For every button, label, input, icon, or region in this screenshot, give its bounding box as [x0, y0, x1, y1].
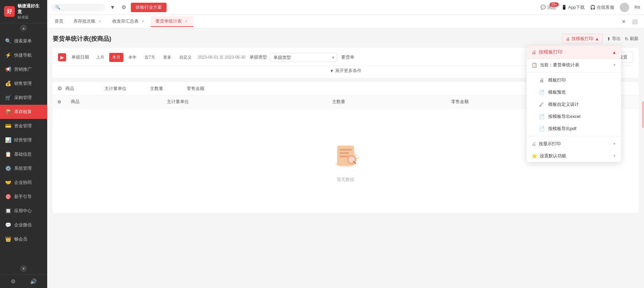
- sidebar-item-shortcut[interactable]: ⚡ 快捷导航: [0, 48, 47, 62]
- sidebar-item-appstore[interactable]: 🔲 应用中心: [0, 204, 47, 218]
- tab-home[interactable]: 首页: [50, 16, 68, 27]
- dropdown-title: 🖨 按模板打印: [531, 49, 562, 55]
- doc-type-select[interactable]: 单据类型 要货单: [270, 53, 337, 62]
- date-options: 上月 本月 本年 近7天 更多 自定义 2023-06-01 至 2023-06…: [93, 53, 245, 62]
- avatar[interactable]: [620, 3, 629, 12]
- tab-stock-batch[interactable]: 库存批次账 ×: [69, 16, 107, 27]
- table-gear-icon[interactable]: ⚙: [57, 85, 62, 92]
- dropdown-template-preview[interactable]: 📄 模板预览: [527, 86, 621, 98]
- scroll-down-button[interactable]: ▼: [20, 265, 27, 272]
- date-custom[interactable]: 自定义: [176, 53, 195, 62]
- online-service-label: 在线客服: [597, 4, 614, 10]
- gear-icon[interactable]: ⚙: [57, 99, 61, 104]
- nav-label-marketing: 营销推广: [14, 66, 32, 72]
- chevron-up-btn[interactable]: ▲: [612, 50, 616, 55]
- scroll-up-button[interactable]: ▲: [20, 25, 27, 31]
- set-default-item[interactable]: ⭐ 设置默认功能 ▼: [527, 150, 621, 162]
- tab-receipt-summary[interactable]: 收发存汇总表 ×: [108, 16, 150, 27]
- sidebar-item-wechat[interactable]: 💬 企业微信: [0, 218, 47, 232]
- message-button[interactable]: 💬 消息 99+: [540, 4, 556, 10]
- sidebar-item-system[interactable]: ⚙️ 系统管理: [0, 161, 47, 175]
- sidebar-item-finance[interactable]: 💳 资金管理: [0, 119, 47, 133]
- current-template-left: 📋 当前：要货单统计表: [531, 62, 579, 68]
- sidebar-item-member[interactable]: 👑 畅会员: [0, 232, 47, 246]
- template-print-button[interactable]: 🖨 按模板打印 ▲: [562, 34, 603, 44]
- nav-label-wechat: 企业微信: [14, 222, 32, 228]
- dropdown-export-excel[interactable]: 📄 按模板导出excel: [527, 110, 621, 123]
- nav-icon-basic: 📋: [5, 151, 11, 158]
- date-recent-7[interactable]: 近7天: [142, 53, 158, 62]
- current-template-label: 当前：要货单统计表: [540, 62, 579, 68]
- nav-label-guide: 新手引导: [14, 194, 32, 200]
- tabs-bar: 首页 库存批次账 × 收发存汇总表 × 要货单统计表 × ✕ ⬜: [47, 15, 644, 28]
- promo-button[interactable]: 体验行业方案: [131, 3, 167, 12]
- sidebar-logo: 好 畅捷通好生意 标准版: [0, 0, 47, 23]
- preview-icon: 📄: [539, 90, 544, 95]
- set-default-chevron: ▼: [613, 154, 616, 158]
- refresh-button[interactable]: ↻ 刷新: [625, 36, 639, 42]
- dropdown-template-print[interactable]: 🖨 模板打印: [527, 74, 621, 86]
- nav-icon-shortcut: ⚡: [5, 52, 11, 59]
- nav-label-purchase: 采购管理: [14, 95, 32, 101]
- topbar-search-input[interactable]: [60, 5, 101, 10]
- date-range-display: 2023-06-01 至 2023-06-30: [198, 55, 245, 60]
- display-print-chevron: ▼: [613, 142, 616, 146]
- display-print-item[interactable]: 🖨 按显示打印 ▼: [527, 138, 621, 150]
- nav-label-search: 搜索菜单: [14, 38, 32, 44]
- sidebar-item-search[interactable]: 🔍 搜索菜单: [0, 34, 47, 48]
- sidebar-item-operation[interactable]: 📊 经营管理: [0, 133, 47, 147]
- date-current-year[interactable]: 本年: [125, 53, 140, 62]
- sidebar-item-sales[interactable]: 💰 销售管理: [0, 76, 47, 91]
- app-download-button[interactable]: 📱 App下载: [561, 4, 585, 10]
- tab-stock-batch-label: 库存批次账: [74, 18, 95, 24]
- nav-label-system: 系统管理: [14, 165, 32, 171]
- expand-icon: ▼: [330, 68, 334, 73]
- dropdown-export-pdf[interactable]: 📄 按模板导出pdf: [527, 123, 621, 135]
- svg-line-10: [354, 152, 355, 155]
- sidebar-item-collab[interactable]: 🤝 企业协同: [0, 175, 47, 190]
- tab-stock-batch-close[interactable]: ×: [97, 19, 102, 24]
- tabs-maximize-button[interactable]: ⬜: [631, 18, 639, 26]
- tab-requisition-stats[interactable]: 要货单统计表 ×: [151, 16, 193, 27]
- date-more[interactable]: 更多: [160, 53, 174, 62]
- sidebar-item-basic[interactable]: 📋 基础信息: [0, 147, 47, 161]
- tab-requisition-stats-label: 要货单统计表: [155, 18, 182, 24]
- tab-home-label: 首页: [55, 18, 63, 24]
- template-preview-label: 模板预览: [548, 89, 566, 95]
- sidebar-item-guide[interactable]: 🎯 新手引导: [0, 190, 47, 204]
- tab-requisition-stats-close[interactable]: ×: [184, 19, 188, 24]
- sidebar-item-purchase[interactable]: 🛒 采购管理: [0, 91, 47, 105]
- topbar-search-box[interactable]: 🔍: [51, 4, 105, 11]
- set-default-icon: ⭐: [531, 153, 537, 159]
- tab-receipt-summary-label: 收发存汇总表: [112, 18, 139, 24]
- settings-icon[interactable]: ⚙: [11, 278, 16, 285]
- topbar-settings-icon[interactable]: ⚙: [120, 3, 127, 12]
- template-icon: 📋: [531, 62, 537, 68]
- export-button[interactable]: ⬆ 导出: [607, 36, 621, 42]
- speaker-icon[interactable]: 🔊: [30, 278, 37, 285]
- current-template-item[interactable]: 📋 当前：要货单统计表 ▼: [527, 59, 621, 71]
- export-icon: ⬆: [607, 36, 611, 41]
- tabs-close-button[interactable]: ✕: [620, 18, 628, 26]
- date-prev-month[interactable]: 上月: [93, 53, 107, 62]
- display-print-label: 按显示打印: [539, 141, 561, 147]
- dropdown-template-design[interactable]: 🖊 模板自定义设计: [527, 98, 621, 110]
- topbar-gear-icon[interactable]: ▼: [109, 3, 117, 12]
- scrollbar-thumb[interactable]: [642, 101, 644, 128]
- message-icon: 💬: [540, 5, 546, 10]
- table-column-label: 商品: [65, 86, 74, 92]
- topbar: 🔍 ▼ ⚙ 体验行业方案 💬 消息 99+ 📱 App下载 🎧 在线客服 Rit: [47, 0, 644, 15]
- online-service-button[interactable]: 🎧 在线客服: [590, 4, 614, 10]
- nav-icon-inventory: 📦: [5, 108, 11, 115]
- tab-receipt-summary-close[interactable]: ×: [141, 19, 145, 24]
- th-checkbox: ⚙: [53, 95, 66, 108]
- date-current-month[interactable]: 本月: [109, 53, 123, 62]
- app-logo-icon: 好: [4, 6, 15, 17]
- th-product: 商品: [66, 95, 162, 108]
- sidebar-item-marketing[interactable]: 📢 营销推广: [0, 62, 47, 76]
- dropdown-header[interactable]: 🖨 按模板打印 ▲: [527, 46, 621, 59]
- nav-icon-system: ⚙️: [5, 165, 11, 172]
- filter-expand-icon[interactable]: ▶: [58, 53, 66, 61]
- nav-label-sales: 销售管理: [14, 81, 32, 87]
- sidebar-item-inventory[interactable]: 📦 库存核算: [0, 105, 47, 119]
